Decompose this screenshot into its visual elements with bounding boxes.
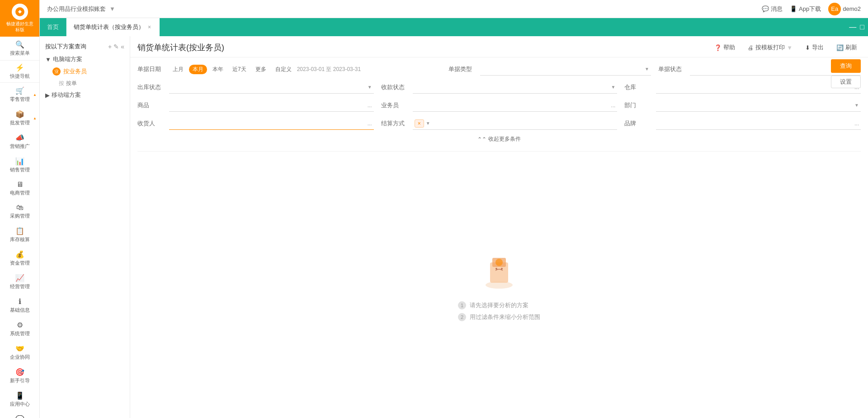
sidebar-item-purchase[interactable]: 🛍 采购管理: [0, 200, 39, 223]
sidebar-item-operations[interactable]: 📈 经营管理: [0, 270, 39, 294]
settle-tag-remove[interactable]: ×: [418, 120, 421, 127]
salesman-control[interactable]: ...: [413, 99, 618, 112]
template-print-btn[interactable]: 🖨 按模板打印 ▼: [744, 42, 796, 53]
last7-btn[interactable]: 近7天: [229, 65, 250, 74]
sidebar-item-wholesale[interactable]: 📦 批发管理: [0, 106, 39, 130]
print-dropdown-icon: ▼: [787, 44, 793, 51]
breadcrumb-dropdown-icon[interactable]: ▼: [109, 5, 115, 12]
sidebar-item-finance[interactable]: 💰 资金管理: [0, 247, 39, 270]
svg-point-5: [495, 268, 497, 270]
export-btn[interactable]: ⬇ 导出: [802, 42, 827, 53]
mobile-group-header[interactable]: ▶ 移动端方案: [40, 89, 130, 101]
receiver-control[interactable]: ...: [169, 117, 374, 130]
sidebar-label-marketing: 营销推广: [10, 143, 30, 150]
sidebar-item-corpwechat[interactable]: 💬 企业微信: [0, 411, 39, 418]
svg-point-6: [501, 268, 503, 270]
goods-control[interactable]: ...: [169, 99, 374, 112]
sidebar-item-collab[interactable]: 🤝 企业协同: [0, 341, 39, 364]
collect-status-control[interactable]: ▼: [413, 81, 618, 94]
tab-minimize-btn[interactable]: —: [849, 23, 856, 31]
sidebar-item-system[interactable]: ⚙ 系统管理: [0, 317, 39, 341]
sub-item-label: 按单: [66, 80, 77, 87]
wholesale-icon: 📦: [15, 110, 24, 119]
last-month-btn[interactable]: 上月: [169, 65, 187, 74]
doc-type-arrow: ▼: [645, 66, 649, 71]
right-content: 销货单统计表(按业务员) ❓ 帮助 🖨 按模板打印 ▼ ⬇ 导出: [130, 36, 868, 418]
tab-sales-stat[interactable]: 销货单统计表（按业务员） ×: [66, 18, 160, 36]
settle-control[interactable]: × ▼: [413, 117, 618, 130]
sidebar-item-quicknav[interactable]: ⚡ 快捷导航: [0, 61, 39, 83]
this-year-btn[interactable]: 本年: [209, 65, 227, 74]
breadcrumb: 办公用品行业模拟账套: [47, 5, 106, 13]
collapse-btn[interactable]: ⌃⌃ 收起更多条件: [477, 135, 521, 143]
settle-tag: ×: [415, 119, 424, 128]
warehouse-control[interactable]: ...: [656, 81, 861, 94]
more-date-btn[interactable]: 更多: [252, 65, 270, 74]
help-btn[interactable]: ❓ 帮助: [711, 42, 739, 53]
sidebar-label-appcenter: 应用中心: [10, 401, 30, 408]
salesman-more[interactable]: ...: [611, 102, 615, 109]
sidebar-item-retail[interactable]: 🛒 零售管理: [0, 83, 39, 106]
query-btn[interactable]: 查询: [831, 59, 861, 73]
appcenter-icon: 📱: [15, 391, 24, 400]
user-action[interactable]: Ea demo2: [828, 3, 861, 15]
tab-maximize-btn[interactable]: □: [860, 23, 864, 31]
sidebar-item-search[interactable]: 🔍 搜索菜单: [0, 37, 39, 61]
message-action[interactable]: 💬 消息: [762, 5, 783, 13]
collab-icon: 🤝: [15, 344, 24, 353]
empty-tips: 1 请先选择要分析的方案 2 用过滤条件来缩小分析范围: [458, 301, 540, 321]
tip-text-2: 用过滤条件来缩小分析范围: [470, 313, 540, 321]
sub-item-icon: 按: [59, 80, 64, 87]
brand-control[interactable]: ...: [656, 117, 861, 130]
edit-scheme-btn[interactable]: ✎: [113, 43, 119, 50]
scheme-sub-item[interactable]: 按 按单: [40, 78, 130, 89]
date-range: 2023-03-01 至 2023-03-31: [297, 66, 361, 73]
sidebar-item-inventory[interactable]: 📋 库存核算: [0, 223, 39, 247]
sidebar-item-appcenter[interactable]: 📱 应用中心: [0, 388, 39, 411]
desktop-group-header[interactable]: ▼ 电脑端方案: [40, 53, 130, 65]
retail-icon: 🛒: [15, 86, 24, 95]
brand-label: 品牌: [624, 119, 656, 128]
settings-btn[interactable]: 设置: [831, 76, 861, 88]
refresh-btn[interactable]: 🔄 刷新: [833, 42, 861, 53]
tab-home[interactable]: 首页: [40, 18, 66, 36]
sidebar-item-marketing[interactable]: 📣 营销推广: [0, 130, 39, 153]
collapse-label: 收起更多条件: [488, 135, 521, 143]
goods-more[interactable]: ...: [368, 102, 372, 109]
expand-icon: ▼: [45, 56, 51, 63]
scheme-item-label: 按业务员: [63, 67, 87, 76]
app-download-action[interactable]: 📱 App下载: [790, 5, 821, 13]
refresh-icon: 🔄: [836, 44, 844, 51]
app-logo[interactable]: 畅捷通好生意 标版: [0, 0, 39, 37]
doc-type-control[interactable]: ▼: [480, 63, 651, 76]
search-icon: 🔍: [15, 40, 24, 49]
out-status-label: 出库状态: [137, 83, 169, 91]
sidebar-label-operations: 经营管理: [10, 283, 30, 290]
sidebar-item-ecommerce[interactable]: 🖥 电商管理: [0, 177, 39, 200]
sidebar-label-base-info: 基础信息: [10, 307, 30, 314]
scheme-item-salesman[interactable]: 业 按业务员: [40, 65, 130, 78]
add-scheme-btn[interactable]: +: [108, 43, 112, 50]
marketing-icon: 📣: [15, 133, 24, 142]
brand-more[interactable]: ...: [854, 120, 859, 127]
tab-close-btn[interactable]: ×: [147, 24, 152, 31]
operations-icon: 📈: [15, 274, 24, 282]
sidebar-item-sales[interactable]: 📊 销售管理: [0, 153, 39, 177]
date-label: 单据日期: [137, 65, 169, 73]
app-download-icon: 📱: [790, 5, 797, 12]
empty-tip-2: 2 用过滤条件来缩小分析范围: [458, 313, 540, 321]
desktop-group-label: 电脑端方案: [53, 55, 82, 63]
this-month-btn[interactable]: 本月: [189, 65, 207, 74]
dept-control[interactable]: ▼: [656, 99, 861, 112]
avatar: Ea: [828, 3, 841, 15]
dept-arrow: ▼: [854, 103, 859, 108]
custom-date-btn[interactable]: 自定义: [272, 65, 295, 74]
collect-status-label: 收款状态: [381, 83, 413, 91]
out-status-control[interactable]: ▼: [169, 81, 374, 94]
collect-status-arrow: ▼: [611, 85, 615, 90]
sidebar-item-guide[interactable]: 🎯 新手引导: [0, 364, 39, 388]
sidebar-item-base-info[interactable]: ℹ 基础信息: [0, 294, 39, 317]
collapse-panel-btn[interactable]: «: [121, 43, 124, 50]
tip-num-2: 2: [458, 313, 466, 321]
receiver-more[interactable]: ...: [368, 120, 372, 127]
